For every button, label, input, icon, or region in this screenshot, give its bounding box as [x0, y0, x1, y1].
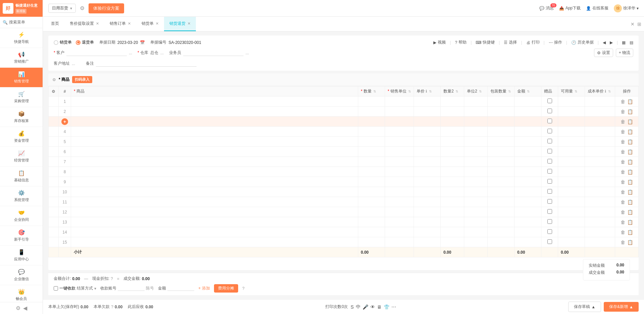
sidebar-item-wechat[interactable]: 💬 企业微信 — [0, 265, 43, 285]
collapse-icon[interactable]: ◀ — [23, 305, 27, 311]
address-dots[interactable]: ... — [72, 61, 75, 66]
tab-close-icon[interactable]: ✕ — [187, 21, 191, 26]
sidebar-item-finance[interactable]: 💰 资金管理 — [0, 127, 43, 147]
sort-icon[interactable]: ⇅ — [527, 89, 530, 93]
grid-icon[interactable]: ▦ — [622, 40, 626, 45]
sidebar-item-purchase[interactable]: 🛒 采购管理 — [0, 87, 43, 107]
tab-home[interactable]: 首页 — [46, 17, 64, 31]
logistics-btn[interactable]: + 物流 — [616, 49, 633, 57]
copy-row-btn[interactable]: 📋 — [627, 139, 633, 144]
gift-checkbox[interactable] — [547, 119, 552, 123]
expense-btn[interactable]: 费用分摊 — [214, 284, 238, 293]
amount-input[interactable] — [167, 286, 194, 291]
topbar-gear-icon[interactable]: ⚙ — [80, 5, 85, 11]
copy-row-btn[interactable]: 📋 — [627, 109, 633, 114]
save-draft-btn[interactable]: 保存草稿 ▲ — [568, 302, 601, 312]
add-row-btn[interactable]: + — [61, 118, 68, 125]
toolbar-shortcut[interactable]: ⌨ 快捷键 — [476, 40, 495, 45]
gift-checkbox[interactable] — [547, 189, 552, 194]
copy-row-btn[interactable]: 📋 — [627, 189, 633, 195]
gift-checkbox[interactable] — [547, 199, 552, 204]
copy-row-btn[interactable]: 📋 — [627, 149, 633, 154]
sidebar-item-apps[interactable]: 📱 应用中心 — [0, 246, 43, 265]
tshirt-icon[interactable]: 👕 — [384, 304, 389, 310]
toolbar-print[interactable]: 🖨 打印 — [526, 40, 540, 45]
delete-row-btn[interactable]: 🗑 — [621, 139, 625, 144]
sort-icon[interactable]: ⇅ — [408, 89, 411, 93]
copy-row-btn[interactable]: 📋 — [627, 230, 633, 235]
delete-row-btn[interactable]: 🗑 — [621, 219, 625, 225]
gift-checkbox[interactable] — [547, 239, 552, 244]
close-tab-icon[interactable]: ✕ — [631, 21, 635, 27]
tab-sale-price[interactable]: 售价提取设置 ✕ — [64, 17, 104, 31]
sort-icon[interactable]: ⇅ — [455, 89, 458, 93]
toolbar-help[interactable]: ? 帮助 — [455, 40, 467, 45]
prev-icon[interactable]: ◀ — [603, 40, 606, 45]
delete-row-btn[interactable]: 🗑 — [621, 199, 625, 205]
zh-icon[interactable]: 中 — [356, 304, 361, 310]
save-new-btn[interactable]: 保存&新增 ▲ — [604, 302, 639, 312]
sidebar-item-system[interactable]: ⚙️ 系统管理 — [0, 186, 43, 206]
monitor-icon[interactable]: 🖥 — [377, 304, 382, 310]
delete-row-btn[interactable]: 🗑 — [621, 149, 625, 154]
tab-close-icon[interactable]: ✕ — [96, 21, 99, 26]
sort-icon[interactable]: ⇅ — [373, 89, 376, 93]
tab-close-icon[interactable]: ✕ — [128, 21, 131, 26]
gift-checkbox[interactable] — [547, 219, 552, 224]
delete-row-btn[interactable]: 🗑 — [621, 99, 625, 104]
customer-input[interactable] — [66, 50, 127, 56]
copy-row-btn[interactable]: 📋 — [627, 129, 633, 134]
copy-row-btn[interactable]: 📋 — [627, 219, 633, 225]
sidebar-item-shortcut[interactable]: ⚡ 快捷导航 — [0, 28, 43, 48]
settlement-arrow[interactable]: ▾ — [94, 286, 96, 291]
industry-select[interactable]: 日用百货 ▾ — [48, 4, 76, 13]
sidebar-item-basic[interactable]: 📋 基础信息 — [0, 167, 43, 186]
tab-sale-order[interactable]: 销售订单 ✕ — [104, 17, 136, 31]
app-download-btn[interactable]: 📥 App下载 — [559, 5, 581, 11]
list-icon[interactable]: ▤ — [630, 40, 633, 45]
toolbar-operation[interactable]: ⋯ 操作 — [549, 40, 562, 45]
copy-row-btn[interactable]: 📋 — [627, 99, 633, 104]
delete-row-btn[interactable]: 🗑 — [621, 119, 625, 124]
copy-row-btn[interactable]: 📋 — [627, 209, 633, 215]
delete-row-btn[interactable]: 🗑 — [621, 209, 625, 215]
scan-btn[interactable]: 扫码录入 — [72, 76, 92, 83]
next-icon[interactable]: ▶ — [610, 40, 613, 45]
salesperson-dots[interactable]: ... — [246, 51, 249, 55]
remark-input[interactable] — [96, 60, 197, 67]
tab-close-icon[interactable]: ✕ — [156, 21, 159, 26]
gift-checkbox[interactable] — [547, 229, 552, 234]
eye-icon[interactable]: 👁 — [370, 304, 375, 310]
copy-row-btn[interactable]: 📋 — [627, 159, 633, 165]
sidebar-item-enterprise[interactable]: 🤝 企业协同 — [0, 206, 43, 226]
copy-row-btn[interactable]: 📋 — [627, 240, 633, 245]
sidebar-item-marketing[interactable]: 📢 营销推广 — [0, 48, 43, 68]
tab-sale-out[interactable]: 销货单 ✕ — [136, 17, 164, 31]
search-menu[interactable]: 🔍 搜索菜单 — [0, 17, 43, 28]
copy-row-btn[interactable]: 📋 — [627, 119, 633, 124]
copy-row-btn[interactable]: 📋 — [627, 179, 633, 185]
mic-icon[interactable]: 🎤 — [363, 304, 368, 310]
tab-sale-return[interactable]: 销货退货 ✕ — [164, 17, 196, 31]
sort-icon[interactable]: ⇅ — [508, 89, 511, 93]
toolbar-history[interactable]: 🕐 历史单据 — [571, 40, 594, 45]
setting-btn[interactable]: ⚙ 设置 — [594, 49, 613, 57]
account-dots[interactable]: 陈号 — [146, 286, 154, 291]
delete-row-btn[interactable]: 🗑 — [621, 159, 625, 165]
radio-sale[interactable]: 销货单 — [54, 40, 72, 45]
copy-row-btn[interactable]: 📋 — [627, 169, 633, 175]
delete-row-btn[interactable]: 🗑 — [621, 129, 625, 134]
one-click-payment-checkbox[interactable] — [54, 286, 58, 291]
radio-return[interactable]: 退货单 — [76, 40, 94, 45]
sort-icon[interactable]: ⇅ — [429, 89, 432, 93]
delete-row-btn[interactable]: 🗑 — [621, 109, 625, 114]
sidebar-item-operations[interactable]: 📈 经营管理 — [0, 147, 43, 167]
sidebar-item-member[interactable]: 👑 畅会员 — [0, 285, 43, 302]
add-payment-btn[interactable]: + 添加 — [198, 286, 210, 291]
table-gear-icon[interactable]: ⚙ — [52, 77, 56, 82]
sidebar-item-guide[interactable]: 🎯 新手引导 — [0, 226, 43, 246]
gift-checkbox[interactable] — [547, 129, 552, 133]
gift-checkbox[interactable] — [547, 149, 552, 153]
more-icon[interactable]: ⋯ — [391, 304, 396, 310]
settings-icon[interactable]: ⚙ — [16, 305, 20, 311]
